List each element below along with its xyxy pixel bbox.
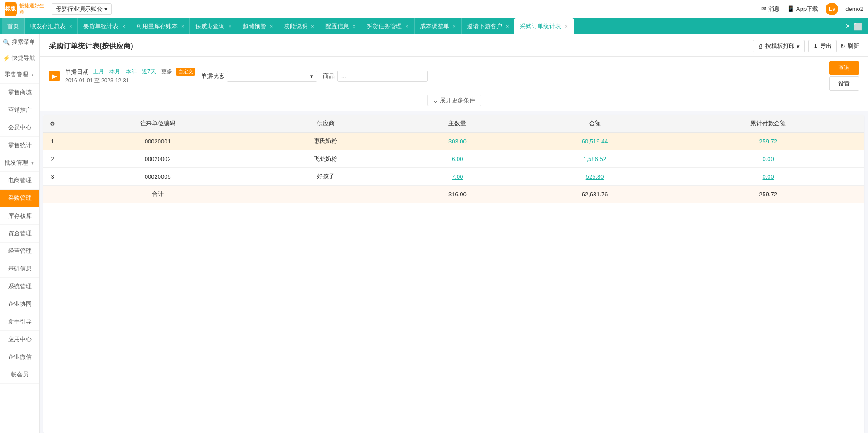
tab-tuohuo[interactable]: 拆货任务管理 × — [361, 18, 414, 34]
footer-paid: 259.72 — [672, 186, 864, 203]
tab-label: 成本调整单 — [420, 22, 449, 30]
export-button[interactable]: ⬇ 导出 — [808, 40, 837, 52]
app-download-button[interactable]: 📱 App下载 — [787, 5, 818, 13]
tab-close-icon[interactable]: × — [228, 24, 231, 29]
row-amount[interactable]: 525.80 — [518, 168, 672, 186]
sidebar-item-member[interactable]: 会员中心 — [0, 119, 39, 137]
sidebar-item-retail-mall[interactable]: 零售商城 — [0, 84, 39, 101]
footer-label: 合计 — [61, 186, 254, 203]
refresh-icon: ↻ — [840, 43, 845, 50]
sidebar-item-label: 应用中心 — [8, 335, 32, 343]
quick-nav-label: 快捷导航 — [12, 54, 35, 62]
tab-home[interactable]: 首页 — [2, 18, 25, 34]
date-from: 2016-01-01 — [65, 77, 93, 84]
sidebar-item-label: 资金管理 — [8, 229, 32, 238]
tab-baobaoqixian[interactable]: 保质期查询 × — [190, 18, 237, 34]
sidebar-item-ops[interactable]: 经营管理 — [0, 243, 39, 260]
tab-close-icon[interactable]: × — [311, 24, 314, 29]
filter-collapse-button[interactable]: ▶ — [49, 71, 60, 81]
sidebar-item-purchase[interactable]: 采购管理 — [0, 190, 39, 207]
tab-peizhi[interactable]: 配置信息 × — [320, 18, 361, 34]
tab-label: 超储预警 — [243, 22, 266, 30]
tab-close-icon[interactable]: × — [453, 24, 456, 29]
row-supplier: 飞鹤奶粉 — [254, 150, 397, 168]
chevron-down-icon: ⌄ — [433, 97, 438, 104]
row-paid[interactable]: 259.72 — [672, 133, 864, 150]
tab-yaoqing[interactable]: 邀请下游客户 × — [462, 18, 514, 34]
tab-shoufahuizonghubiao[interactable]: 收发存汇总表 × — [25, 18, 78, 34]
status-filter-label: 单据状态 — [201, 72, 224, 80]
tab-close-icon[interactable]: × — [506, 24, 509, 29]
tab-label: 拆货任务管理 — [367, 22, 402, 30]
tab-keyongliang[interactable]: 可用量库存账本 × — [131, 18, 190, 34]
shortcut-more[interactable]: 更多 — [160, 67, 174, 76]
sidebar-item-vip[interactable]: 畅会员 — [0, 366, 39, 384]
sidebar-item-fund[interactable]: 资金管理 — [0, 225, 39, 243]
sidebar-item-enterprise-coop[interactable]: 企业协同 — [0, 295, 39, 313]
sidebar-item-marketing[interactable]: 营销推广 — [0, 101, 39, 119]
sidebar-item-quick-nav[interactable]: ⚡ 快捷导航 — [0, 50, 39, 66]
tab-close-icon[interactable]: × — [122, 24, 125, 29]
page-title: 采购订单统计表(按供应商) — [49, 42, 133, 51]
row-qty[interactable]: 6.00 — [397, 150, 518, 168]
date-filter-group: 单据日期 上月 本月 本年 近7天 更多 自定义 2016-01-01 至 — [65, 67, 195, 85]
query-button[interactable]: 查询 — [829, 61, 859, 75]
row-code: 00020002 — [61, 150, 254, 168]
tab-close-icon[interactable]: × — [565, 24, 567, 29]
avatar-initials: Ea — [829, 6, 835, 12]
row-paid[interactable]: 0.00 — [672, 150, 864, 168]
shortcut-last-month[interactable]: 上月 — [91, 67, 106, 76]
row-paid[interactable]: 0.00 — [672, 168, 864, 186]
sidebar-item-system[interactable]: 系统管理 — [0, 278, 39, 295]
shortcut-this-year[interactable]: 本年 — [124, 67, 138, 76]
message-button[interactable]: ✉ 消息 — [761, 5, 780, 13]
sidebar-item-label: 电商管理 — [8, 176, 32, 185]
export-label: 导出 — [820, 42, 832, 50]
sidebar-item-wholesale[interactable]: 批发管理 ▼ — [0, 154, 39, 172]
shortcut-7days[interactable]: 近7天 — [140, 67, 158, 76]
settings-icon[interactable]: ⚙ — [50, 120, 55, 127]
shortcut-this-month[interactable]: 本月 — [108, 67, 122, 76]
tab-close-icon[interactable]: × — [353, 24, 355, 29]
row-qty[interactable]: 303.00 — [397, 133, 518, 150]
close-tab-button[interactable]: × — [846, 22, 850, 30]
tab-chengben[interactable]: 成本调整单 × — [415, 18, 462, 34]
row-amount[interactable]: 1,586.52 — [518, 150, 672, 168]
tab-close-icon[interactable]: × — [181, 24, 184, 29]
expand-filters-button[interactable]: ⌄ 展开更多条件 — [427, 95, 481, 106]
sidebar-item-retail-stats[interactable]: 零售统计 — [0, 137, 39, 154]
tab-gongneng[interactable]: 功能说明 × — [278, 18, 320, 34]
top-bar-actions: ✉ 消息 📱 App下载 Ea demo2 — [761, 3, 863, 15]
nav-tabs-end: × ⬜ — [846, 22, 866, 31]
sidebar-item-retail-manage[interactable]: 零售管理 ▲ — [0, 66, 39, 84]
sidebar-item-inventory[interactable]: 库存核算 — [0, 207, 39, 225]
data-table: ⚙ 往来单位编码 供应商 主数量 金额 累计付款金额 1 00020001 惠氏… — [43, 115, 864, 203]
industry-selector[interactable]: 母婴行业演示账套 ▾ — [52, 3, 112, 15]
expand-label: 展开更多条件 — [440, 96, 475, 105]
status-select[interactable]: ▾ — [227, 71, 317, 82]
sidebar-item-search[interactable]: 🔍 搜索菜单 — [0, 34, 39, 50]
print-button[interactable]: 🖨 按模板打印 ▾ — [753, 40, 805, 52]
sidebar-item-enterprise-wechat[interactable]: 企业微信 — [0, 348, 39, 366]
tab-caigou-active[interactable]: 采购订单统计表 × — [514, 18, 573, 34]
chevron-down-icon: ▾ — [104, 5, 108, 12]
tab-close-icon[interactable]: × — [270, 24, 273, 29]
maximize-button[interactable]: ⬜ — [854, 22, 863, 31]
sidebar-item-app-center[interactable]: 应用中心 — [0, 331, 39, 348]
tab-label: 收发存汇总表 — [30, 22, 66, 30]
goods-input[interactable] — [337, 71, 428, 82]
sidebar-item-ecommerce[interactable]: 电商管理 — [0, 172, 39, 190]
tab-close-icon[interactable]: × — [406, 24, 408, 29]
sidebar-item-new-guide[interactable]: 新手引导 — [0, 313, 39, 331]
refresh-button[interactable]: ↻ 刷新 — [840, 42, 859, 50]
sidebar-item-basic[interactable]: 基础信息 — [0, 260, 39, 278]
tab-chaochuyujing[interactable]: 超储预警 × — [237, 18, 278, 34]
row-qty[interactable]: 7.00 — [397, 168, 518, 186]
filter-settings-button[interactable]: 设置 — [829, 76, 859, 91]
tab-close-icon[interactable]: × — [69, 24, 72, 29]
tab-yaohuodantongji[interactable]: 要货单统计表 × — [78, 18, 131, 34]
filter-row: ▶ 单据日期 上月 本月 本年 近7天 更多 自定义 — [49, 61, 859, 91]
footer-empty-2 — [254, 186, 397, 203]
row-amount[interactable]: 60,519.44 — [518, 133, 672, 150]
sidebar-item-label: 系统管理 — [8, 282, 32, 290]
